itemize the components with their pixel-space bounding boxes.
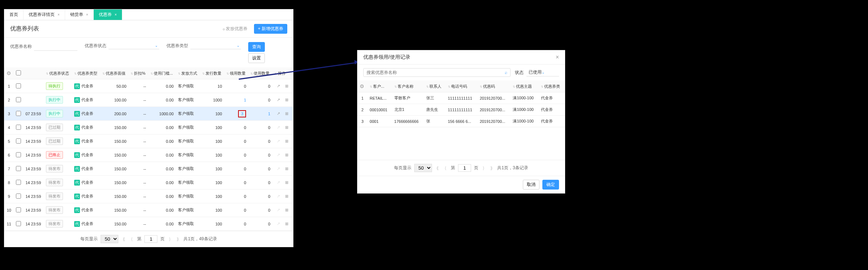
table-row[interactable]: 8 14 23:59 待发布 代代金券 150.00 -- 0.00 客户领取 … [4,176,293,190]
gear-icon[interactable]: ⚙ [360,83,364,89]
column-header[interactable]: ⇅优惠券类 [539,80,565,92]
qr-icon[interactable]: ⊞ [284,84,289,88]
prev-page-button[interactable]: ⟨ [130,237,134,242]
status-badge: 待发布 [46,165,63,173]
column-header[interactable]: ⇅客户名称 [392,80,424,92]
column-header[interactable]: ⇅电话号码 [446,80,478,92]
tab-coupon-detail[interactable]: 优惠券详情页× [24,9,65,20]
page-number-input[interactable] [458,164,471,172]
table-row[interactable]: 11 14 23:59 待发布 代代金券 150.00 -- 0.00 客户领取… [4,217,293,231]
table-row[interactable]: 2 执行中 代代金券 100.00 -- 0.00 客户领取 1000 1 0 … [4,93,293,107]
query-button[interactable]: 查询 [248,42,265,52]
last-page-button[interactable]: ⟫ [489,166,494,171]
prev-page-button[interactable]: ⟨ [443,166,448,171]
used-count-link[interactable]: 1 [268,112,270,116]
claimed-count-link[interactable]: 3 [238,110,246,117]
qr-icon[interactable]: ⊞ [284,97,289,102]
row-checkbox[interactable] [16,180,21,185]
select-all-checkbox[interactable] [16,70,21,75]
column-header[interactable]: ⇅客户... [368,80,392,92]
row-checkbox[interactable] [16,221,21,226]
table-row[interactable]: 3 07 23:59 执行中 代代金券 200.00 -- 1000.00 客户… [4,107,293,121]
confirm-button[interactable]: 确定 [542,180,559,190]
table-row[interactable]: 10 14 23:59 待发布 代代金券 150.00 -- 0.00 客户领取… [4,203,293,217]
column-header[interactable]: ⇅优惠券面值 [100,67,128,79]
coupon-status-select[interactable]: ⌄ [109,42,159,49]
page-size-select[interactable]: 50 [414,164,432,172]
row-checkbox[interactable] [16,97,21,102]
tab-coupon[interactable]: 优惠券× [94,9,122,20]
tab-sales[interactable]: 销货单× [65,9,94,20]
table-row[interactable]: 7 14 23:59 待发布 代代金券 150.00 -- 0.00 客户领取 … [4,162,293,176]
column-header[interactable]: ⇅发行数量 [200,67,224,79]
type-badge: 代 [74,194,80,199]
next-page-button[interactable]: ⟩ [168,237,172,242]
close-icon[interactable]: × [86,13,88,17]
row-checkbox[interactable] [16,83,21,88]
claimed-count-link[interactable]: 1 [244,98,246,102]
close-icon[interactable]: × [58,13,60,17]
qr-icon[interactable]: ⊞ [284,180,289,185]
first-page-button[interactable]: ⟪ [435,166,440,171]
search-icon[interactable]: ⌕ [505,70,507,75]
cancel-button[interactable]: 取消 [523,180,539,190]
type-badge: 代 [74,207,80,213]
column-header[interactable]: ⚙ [4,67,14,79]
column-header[interactable]: ⇅联系人 [424,80,446,92]
share-icon[interactable]: ↗ [275,97,281,102]
table-row[interactable]: 5 14 23:59 已过期 代代金券 150.00 -- 0.00 客户领取 … [4,134,293,148]
close-icon[interactable]: × [556,54,559,61]
row-checkbox[interactable] [16,152,21,157]
table-row[interactable]: 1 待执行 代代金券 50.00 -- 0.00 客户领取 10 0 0 ↗ ⊞ [4,79,293,93]
last-page-button[interactable]: ⟫ [175,237,181,242]
row-checkbox[interactable] [16,194,21,199]
column-header[interactable]: ⇅使用门槛... [148,67,176,79]
settings-button[interactable]: 设置 [248,53,265,63]
page-number-input[interactable] [144,235,157,243]
next-page-button[interactable]: ⟩ [481,166,486,171]
share-icon: ↗ [275,166,281,171]
qr-icon[interactable]: ⊞ [284,221,289,226]
coupon-name-input[interactable] [34,42,77,51]
qr-icon[interactable]: ⊞ [284,208,289,212]
share-icon[interactable]: ↗ [275,111,281,116]
table-row[interactable]: 6 14 23:59 已终止 代代金券 150.00 -- 0.00 客户领取 … [4,148,293,162]
column-header[interactable]: ⇅发放方式 [176,67,200,79]
coupon-type-select[interactable]: ⌄ [190,42,241,49]
row-checkbox[interactable] [16,166,21,171]
table-row[interactable]: 3 0001 17666666666 张 156 6666 6... 20191… [357,116,565,127]
row-checkbox[interactable] [16,207,21,212]
share-icon[interactable]: ↗ [275,84,281,88]
distribute-coupon-button[interactable]: ⟐ 发放优惠券 [219,24,251,33]
column-header[interactable]: ⚙ [357,80,368,92]
first-page-button[interactable]: ⟪ [121,237,127,242]
row-checkbox[interactable] [16,125,21,130]
table-row[interactable]: 2 00010001 北京1 唐先生 11111111111 201912070… [357,104,565,116]
column-header[interactable] [14,67,24,79]
qr-icon[interactable]: ⊞ [284,111,289,116]
column-header[interactable]: ⇅优惠券状态 [44,67,72,79]
column-header[interactable]: ⇅优惠主题 [511,80,538,92]
gear-icon[interactable]: ⚙ [7,70,11,76]
tab-home[interactable]: 首页 [4,9,24,20]
qr-icon[interactable]: ⊞ [284,194,289,199]
search-input[interactable] [367,70,505,75]
column-header[interactable]: ⇅优惠券类型 [72,67,100,79]
add-coupon-button[interactable]: + 新增优惠券 [254,24,287,34]
page-size-select[interactable]: 50 [101,235,118,243]
qr-icon[interactable]: ⊞ [284,166,289,171]
row-checkbox[interactable] [16,111,21,116]
qr-icon[interactable]: ⊞ [284,139,289,144]
table-row[interactable]: 4 14 23:59 已过期 代代金券 150.00 -- 0.00 客户领取 … [4,121,293,134]
qr-icon[interactable]: ⊞ [284,125,289,130]
column-header[interactable] [23,67,43,79]
column-header[interactable]: ⇅折扣% [128,67,148,79]
status-badge: 已过期 [46,124,63,131]
qr-icon[interactable]: ⊞ [284,153,289,157]
column-header[interactable]: ⇅优惠码 [478,80,511,92]
close-icon[interactable]: × [115,13,117,17]
table-row[interactable]: 9 14 23:59 待发布 代代金券 150.00 -- 0.00 客户领取 … [4,190,293,203]
row-checkbox[interactable] [16,138,21,144]
table-row[interactable]: 1 RETAIL... 零散客户 张三 11111111111 20191207… [357,92,565,104]
status-select[interactable]: 已使用 ⌄ [526,68,559,76]
